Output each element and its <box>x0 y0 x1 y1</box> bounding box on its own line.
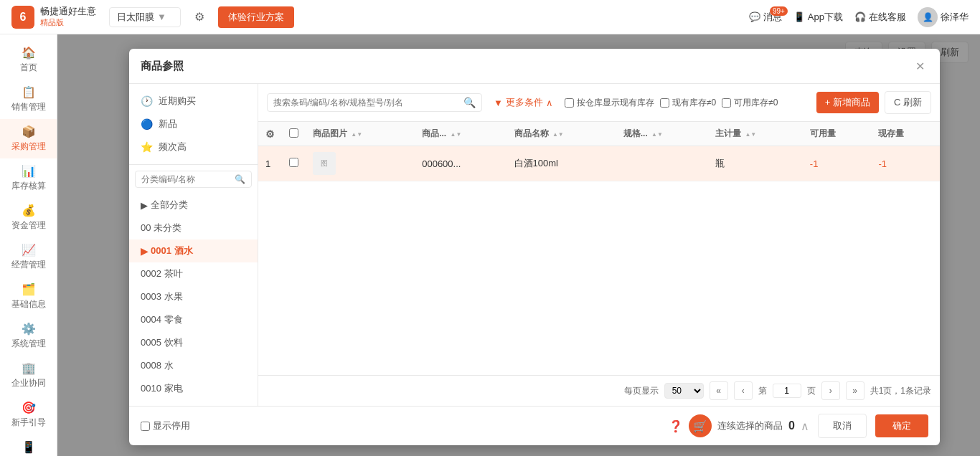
category-0010[interactable]: 0010 家电 <box>129 377 258 400</box>
operations-icon: 📈 <box>22 243 36 257</box>
sidebar-label-sales: 销售管理 <box>11 101 46 113</box>
product-thumbnail: 图 <box>313 152 336 175</box>
confirm-btn[interactable]: 确定 <box>875 414 928 437</box>
sidebar-item-guide[interactable]: 🎯 新手引导 <box>0 395 57 434</box>
category-all[interactable]: ▶ 全部分类 <box>129 194 258 217</box>
sidebar-item-appcenter[interactable]: 📱 应用中心 <box>0 434 57 456</box>
help-icon[interactable]: ❓ <box>669 419 683 433</box>
checkbox-available-nonzero[interactable]: 可用库存≠0 <box>722 97 778 109</box>
per-page-select[interactable]: 50 100 200 <box>664 383 704 399</box>
sidebar-label-finance: 资金管理 <box>11 219 46 232</box>
main-layout: 🏠 首页 📋 销售管理 📦 采购管理 📊 库存核算 💰 资金管理 📈 经营管理 … <box>0 34 980 456</box>
page-suffix: 页 <box>807 385 816 397</box>
category-0005[interactable]: 0005 饮料 <box>129 331 258 354</box>
category-label: 0005 饮料 <box>141 336 183 349</box>
category-0003[interactable]: 0003 水果 <box>129 285 258 308</box>
category-00[interactable]: 00 未分类 <box>129 217 258 239</box>
category-0002[interactable]: 0002 茶叶 <box>129 262 258 285</box>
checkbox-warehouse[interactable]: 按仓库显示现有库存 <box>565 97 654 109</box>
logo-area: 6 畅捷通好生意 精品版 <box>11 6 98 29</box>
next-page-btn[interactable]: › <box>821 381 840 400</box>
store-selector[interactable]: 日太阳膜 ▼ <box>109 7 181 27</box>
inventory-icon: 📊 <box>22 164 36 178</box>
checkbox-available-nonzero-input[interactable] <box>722 98 731 108</box>
sidebar-label-purchase: 采购管理 <box>11 141 46 153</box>
modal-close-btn[interactable]: ✕ <box>911 57 928 75</box>
refresh-btn[interactable]: C 刷新 <box>885 91 931 114</box>
col-stock: 现存量 <box>871 122 940 146</box>
settings-icon[interactable]: ⚙ <box>188 6 211 29</box>
search-icon[interactable]: 🔍 <box>463 97 476 108</box>
user-name: 徐泽华 <box>941 11 969 24</box>
category-0001[interactable]: ▶ 0001 酒水 <box>129 239 258 262</box>
category-label: 00 未分类 <box>141 222 182 234</box>
sidebar-item-inventory[interactable]: 📊 库存核算 <box>0 158 57 198</box>
sidebar-item-basic[interactable]: 🗂️ 基础信息 <box>0 277 57 316</box>
product-search-input[interactable] <box>273 98 459 108</box>
nav-item-new[interactable]: 🔵 新品 <box>129 113 258 136</box>
checkbox-stock-nonzero-label: 现有库存≠0 <box>672 97 716 109</box>
sidebar-label-inventory: 库存核算 <box>11 180 46 192</box>
checkbox-stock-nonzero-input[interactable] <box>660 98 669 108</box>
show-disabled-checkbox[interactable]: 显示停用 <box>141 419 190 432</box>
settings-col-icon[interactable]: ⚙ <box>265 128 275 140</box>
page-input[interactable] <box>773 384 801 398</box>
logo-icon: 6 <box>11 6 34 29</box>
col-settings[interactable]: ⚙ <box>258 122 282 146</box>
sidebar-item-operations[interactable]: 📈 经营管理 <box>0 237 57 277</box>
nav-item-recent[interactable]: 🕐 近期购买 <box>129 90 258 113</box>
online-service-label: 在线客服 <box>869 11 906 24</box>
cancel-btn[interactable]: 取消 <box>818 414 867 438</box>
col-spec: 规格... ▲▼ <box>616 122 708 146</box>
category-search-input[interactable] <box>141 174 235 184</box>
last-page-btn[interactable]: » <box>846 381 864 400</box>
cart-area: ❓ 🛒 连续选择的商品 0 ∧ <box>669 414 809 437</box>
cart-collapse-icon[interactable]: ∧ <box>801 419 809 433</box>
product-table-area: ⚙ 商品图片 ▲▼ <box>258 122 940 375</box>
user-nav-item[interactable]: 👤 徐泽华 <box>918 7 969 27</box>
sidebar-item-home[interactable]: 🏠 首页 <box>0 40 57 80</box>
nav-label-new: 新品 <box>159 118 177 130</box>
sidebar-item-system[interactable]: ⚙️ 系统管理 <box>0 316 57 356</box>
sidebar-label-system: 系统管理 <box>11 338 46 350</box>
nav-item-frequent[interactable]: ⭐ 频次高 <box>129 136 258 158</box>
star-icon: ⭐ <box>141 141 153 153</box>
sidebar-item-purchase[interactable]: 📦 采购管理 <box>0 119 57 158</box>
finance-icon: 💰 <box>22 204 36 217</box>
cart-icon[interactable]: 🛒 <box>689 414 712 437</box>
filter-arrow: ∧ <box>546 98 553 108</box>
sidebar-item-finance[interactable]: 💰 资金管理 <box>0 198 57 237</box>
checkbox-stock-nonzero[interactable]: 现有库存≠0 <box>660 97 716 109</box>
first-page-btn[interactable]: « <box>710 381 728 400</box>
col-image: 商品图片 ▲▼ <box>306 122 415 146</box>
category-0008[interactable]: 0008 水 <box>129 354 258 377</box>
nav-right: 💬 消息 99+ 📱 App下载 🎧 在线客服 👤 徐泽华 <box>749 7 969 27</box>
app-download-label: App下载 <box>808 11 843 24</box>
row-stock: -1 <box>871 146 940 181</box>
row-select-checkbox[interactable] <box>289 158 298 167</box>
show-disabled-input[interactable] <box>141 422 150 431</box>
online-service-nav-item[interactable]: 🎧 在线客服 <box>854 11 906 24</box>
sidebar-item-enterprise[interactable]: 🏢 企业协同 <box>0 356 57 395</box>
category-0004[interactable]: 0004 零食 <box>129 308 258 331</box>
sidebar-item-sales[interactable]: 📋 销售管理 <box>0 80 57 119</box>
experience-btn[interactable]: 体验行业方案 <box>218 6 294 28</box>
row-unit: 瓶 <box>708 146 803 181</box>
col-checkbox <box>282 122 306 146</box>
table-row[interactable]: 1 图 000600... 白酒100ml <box>258 146 940 181</box>
select-all-checkbox[interactable] <box>289 128 298 138</box>
sidebar-label-home: 首页 <box>20 62 37 74</box>
category-search-icon[interactable]: 🔍 <box>235 174 245 184</box>
app-download-nav-item[interactable]: 📱 App下载 <box>793 11 843 24</box>
sidebar-label-enterprise: 企业协同 <box>11 377 46 389</box>
prev-page-btn[interactable]: ‹ <box>734 381 753 400</box>
left-panel-nav: 🕐 近期购买 🔵 新品 ⭐ 频次高 <box>129 90 258 165</box>
nav-label-recent: 近期购买 <box>159 95 196 108</box>
messages-nav-item[interactable]: 💬 消息 99+ <box>749 11 782 24</box>
checkbox-warehouse-input[interactable] <box>565 98 574 108</box>
filter-btn[interactable]: ▼ 更多条件 ∧ <box>488 93 559 112</box>
checkbox-available-nonzero-label: 可用库存≠0 <box>734 97 778 109</box>
filter-icon: ▼ <box>494 98 503 108</box>
add-product-btn[interactable]: + 新增商品 <box>816 92 879 113</box>
category-label: 0004 零食 <box>141 313 183 326</box>
